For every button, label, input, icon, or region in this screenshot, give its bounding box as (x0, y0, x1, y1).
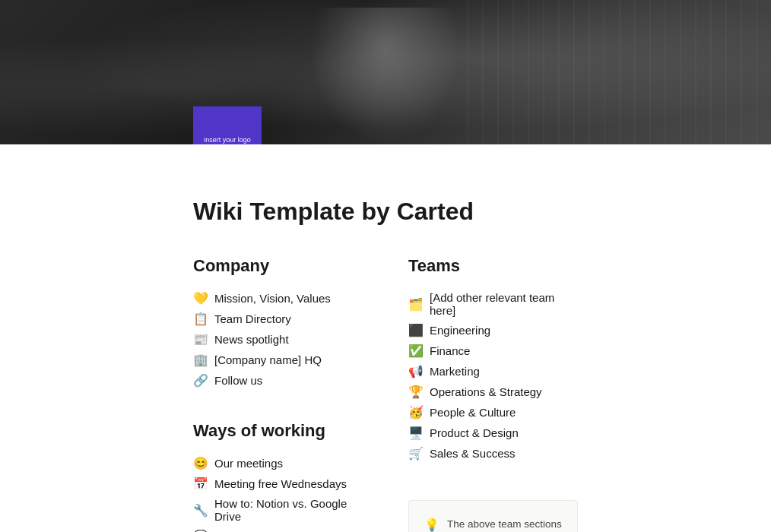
list-item[interactable]: ⬛Engineering (408, 320, 578, 340)
list-item[interactable]: 📰News spotlight (193, 329, 363, 350)
main-content: Wiki Template by Carted Company 💛Mission… (0, 144, 771, 532)
list-item-emoji: 💛 (193, 291, 208, 306)
list-item-emoji: ✅ (408, 344, 424, 358)
list-item-emoji: 🔗 (193, 373, 208, 388)
list-item-emoji: 📋 (193, 312, 208, 326)
list-item-label: [Add other relevant team here] (430, 291, 578, 317)
list-item-emoji: 🔧 (193, 503, 208, 518)
sections-grid: Company 💛Mission, Vision, Values📋Team Di… (193, 256, 578, 532)
list-item-label: Operations & Strategy (430, 385, 542, 398)
list-item[interactable]: 📋Team Directory (193, 309, 363, 329)
list-item-label: Engineering (430, 324, 490, 337)
list-item[interactable]: 📢Marketing (408, 361, 578, 382)
page-title: Wiki Template by Carted (193, 198, 578, 226)
list-item-label: Team Directory (214, 312, 291, 325)
list-item-label: Marketing (430, 365, 480, 378)
ways-heading: Ways of working (193, 421, 363, 441)
hero-figure (309, 8, 462, 144)
list-item-emoji: ⬛ (408, 323, 424, 337)
list-item-emoji: 🖥️ (408, 426, 424, 440)
list-item-label: News spotlight (214, 333, 289, 346)
list-item[interactable]: 🛒Sales & Success (408, 443, 578, 464)
list-item[interactable]: 📅Meeting free Wednesdays (193, 473, 363, 494)
ways-list: 😊Our meetings📅Meeting free Wednesdays🔧Ho… (193, 453, 363, 532)
logo-text: insert your logo (201, 133, 254, 144)
hero-banner: insert your logo (0, 0, 771, 144)
list-item[interactable]: 💬Slack channels (193, 526, 363, 532)
list-item[interactable]: 💛Mission, Vision, Values (193, 288, 363, 309)
list-item-emoji: 🏢 (193, 353, 208, 367)
list-item-label: [Company name] HQ (214, 353, 322, 366)
list-item[interactable]: 🏢[Company name] HQ (193, 350, 363, 370)
list-item-emoji: 📢 (408, 364, 424, 378)
teams-list: 🗂️[Add other relevant team here]⬛Enginee… (408, 288, 578, 464)
list-item[interactable]: 🏆Operations & Strategy (408, 382, 578, 402)
note-text: The above team sections should link out … (447, 516, 562, 532)
list-item[interactable]: 🥳People & Culture (408, 402, 578, 423)
list-item-label: People & Culture (430, 406, 516, 419)
company-list: 💛Mission, Vision, Values📋Team Directory📰… (193, 288, 363, 391)
list-item-label: How to: Notion vs. Google Drive (214, 497, 363, 523)
list-item-label: Product & Design (430, 426, 519, 439)
company-section: Company 💛Mission, Vision, Values📋Team Di… (193, 256, 363, 532)
list-item-label: Sales & Success (430, 447, 516, 460)
list-item[interactable]: 😊Our meetings (193, 453, 363, 473)
list-item[interactable]: 🗂️[Add other relevant team here] (408, 288, 578, 320)
list-item-label: Meeting free Wednesdays (214, 477, 347, 490)
note-box-content: 💡 The above team sections should link ou… (424, 516, 562, 532)
list-item-emoji: 💬 (193, 529, 208, 532)
list-item-emoji: 🥳 (408, 405, 424, 420)
teams-heading: Teams (408, 256, 578, 276)
list-item-emoji: 😊 (193, 456, 208, 470)
list-item[interactable]: 🔗Follow us (193, 370, 363, 391)
list-item[interactable]: ✅Finance (408, 340, 578, 361)
logo-box[interactable]: insert your logo (193, 106, 262, 144)
list-item-label: Follow us (214, 374, 262, 387)
list-item[interactable]: 🖥️Product & Design (408, 423, 578, 443)
ways-section: Ways of working 😊Our meetings📅Meeting fr… (193, 421, 363, 532)
hero-bg-detail (467, 0, 771, 144)
list-item-label: Our meetings (214, 457, 283, 470)
list-item-label: Mission, Vision, Values (214, 292, 331, 305)
list-item-emoji: 🗂️ (408, 297, 424, 312)
list-item[interactable]: 🔧How to: Notion vs. Google Drive (193, 494, 363, 526)
list-item-emoji: 🛒 (408, 446, 424, 461)
list-item-emoji: 🏆 (408, 385, 424, 399)
company-heading: Company (193, 256, 363, 276)
list-item-emoji: 📅 (193, 477, 208, 491)
note-icon: 💡 (424, 518, 439, 532)
right-column: Teams 🗂️[Add other relevant team here]⬛E… (408, 256, 578, 532)
list-item-emoji: 📰 (193, 332, 208, 347)
list-item-label: Finance (430, 344, 470, 357)
note-box: 💡 The above team sections should link ou… (408, 500, 578, 532)
